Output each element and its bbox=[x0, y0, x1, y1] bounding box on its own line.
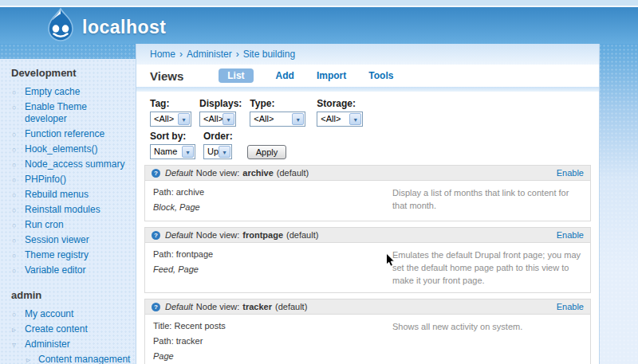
sidebar-item-session-viewer[interactable]: ○Session viewer bbox=[0, 234, 136, 246]
view-suffix: (default) bbox=[275, 302, 307, 311]
breadcrumb-home-link[interactable]: Home bbox=[150, 49, 175, 60]
sidebar-section-development: Development bbox=[11, 67, 136, 79]
storage-filter-label: Storage: bbox=[317, 98, 363, 109]
sidebar-item-variable-editor[interactable]: ○Variable editor bbox=[0, 264, 136, 276]
help-icon[interactable]: ? bbox=[152, 169, 160, 178]
sidebar-item-theme-registry[interactable]: ○Theme registry bbox=[0, 249, 136, 261]
sidebar-item-administer[interactable]: ▿Administer bbox=[0, 339, 136, 350]
view-row-archive: ? Default Node view: archive (default) E… bbox=[144, 165, 591, 221]
circle-bullet-icon: ○ bbox=[12, 220, 16, 232]
view-row-header: ? Default Node view: tracker (default) E… bbox=[145, 299, 590, 315]
chevron-down-icon: ▾ bbox=[219, 146, 230, 158]
main-panel: Home›Administer›Site building Views List… bbox=[136, 44, 600, 364]
circle-bullet-icon: ○ bbox=[12, 309, 16, 321]
circle-bullet-icon: ○ bbox=[12, 159, 16, 171]
view-badge: Default bbox=[165, 230, 193, 240]
breadcrumb-site-building-link[interactable]: Site building bbox=[243, 49, 295, 60]
view-display-types: Block, Page bbox=[153, 200, 392, 215]
storage-select[interactable]: <All>▾ bbox=[317, 112, 363, 127]
tag-select[interactable]: <All>▾ bbox=[150, 112, 191, 127]
breadcrumb-administer-link[interactable]: Administer bbox=[187, 49, 232, 60]
view-row-frontpage: ? Default Node view: frontpage (default)… bbox=[144, 227, 591, 293]
view-path: Path: archive bbox=[153, 185, 392, 200]
circle-bullet-icon: ○ bbox=[12, 235, 16, 247]
order-select[interactable]: Up▾ bbox=[203, 144, 232, 159]
tab-add[interactable]: Add bbox=[276, 70, 294, 81]
sidebar-item-run-cron[interactable]: ○Run cron bbox=[0, 219, 136, 231]
tab-list[interactable]: List bbox=[219, 68, 253, 83]
sidebar-item-rebuild-menus[interactable]: ○Rebuild menus bbox=[0, 189, 136, 201]
view-description: Display a list of months that link to co… bbox=[392, 185, 584, 215]
circle-bullet-icon: ○ bbox=[12, 174, 16, 186]
chevron-down-icon: ▾ bbox=[182, 146, 194, 158]
view-name: tracker bbox=[242, 302, 272, 311]
sidebar-item-empty-cache[interactable]: ○Empty cache bbox=[0, 86, 136, 98]
chevron-down-icon: ▾ bbox=[178, 113, 190, 125]
type-select[interactable]: <All>▾ bbox=[250, 112, 305, 127]
view-type-label: Node view: bbox=[196, 168, 239, 178]
circle-bullet-icon: ○ bbox=[12, 190, 16, 202]
displays-filter-label: Displays: bbox=[199, 98, 242, 109]
circle-bullet-icon: ○ bbox=[12, 144, 16, 156]
view-details: Title: Recent posts Path: tracker Page bbox=[153, 319, 392, 364]
page-title: Views bbox=[150, 69, 183, 83]
views-filters: Tag: <All>▾ Displays: <All>▾ Type: <All>… bbox=[150, 98, 591, 159]
view-description: Shows all new activity on system. bbox=[392, 319, 584, 364]
collapsed-arrow-icon: ▹ bbox=[26, 354, 30, 364]
enable-link[interactable]: Enable bbox=[557, 168, 584, 178]
order-filter-label: Order: bbox=[203, 131, 233, 142]
mouse-cursor bbox=[385, 252, 396, 271]
sidebar-item-my-account[interactable]: ○My account bbox=[0, 308, 136, 320]
view-name: archive bbox=[242, 168, 274, 178]
view-type-label: Node view: bbox=[196, 302, 239, 311]
view-path: Path: frontpage bbox=[153, 247, 392, 262]
sidebar-item-node-access-summary[interactable]: ○Node_access summary bbox=[0, 159, 136, 170]
sidebar-item-function-reference[interactable]: ○Function reference bbox=[0, 128, 136, 140]
tag-filter-label: Tag: bbox=[150, 98, 191, 109]
type-filter-label: Type: bbox=[250, 98, 305, 109]
view-suffix: (default) bbox=[277, 168, 309, 178]
drupal-logo-icon[interactable] bbox=[43, 7, 78, 44]
sidebar-item-hook-elements[interactable]: ○Hook_elements() bbox=[0, 143, 136, 155]
sidebar-item-content-management[interactable]: ▹Content management bbox=[0, 354, 136, 364]
displays-select[interactable]: <All>▾ bbox=[199, 112, 236, 127]
circle-bullet-icon: ○ bbox=[12, 129, 16, 141]
view-badge: Default bbox=[165, 168, 193, 178]
site-name[interactable]: localhost bbox=[82, 17, 166, 38]
breadcrumb: Home›Administer›Site building bbox=[136, 44, 599, 65]
sidebar-item-reinstall-modules[interactable]: ○Reinstall modules bbox=[0, 204, 136, 216]
top-strip bbox=[0, 0, 638, 7]
breadcrumb-separator: › bbox=[179, 49, 183, 60]
view-type-label: Node view: bbox=[196, 230, 239, 240]
circle-bullet-icon: ○ bbox=[12, 87, 16, 99]
sidebar-item-enable-theme-developer[interactable]: ○Enable Theme developer bbox=[0, 101, 136, 125]
help-icon[interactable]: ? bbox=[152, 231, 160, 240]
circle-bullet-icon: ○ bbox=[12, 250, 16, 262]
views-list: ? Default Node view: archive (default) E… bbox=[144, 165, 591, 364]
sort-by-select[interactable]: Name▾ bbox=[150, 144, 195, 159]
apply-button[interactable]: Apply bbox=[247, 145, 287, 159]
view-display-types: Page bbox=[153, 349, 392, 364]
help-icon[interactable]: ? bbox=[152, 303, 160, 311]
enable-link[interactable]: Enable bbox=[557, 302, 584, 311]
expanded-arrow-icon: ▿ bbox=[12, 339, 16, 350]
sidebar: Development ○Empty cache ○Enable Theme d… bbox=[0, 67, 136, 364]
sidebar-item-create-content[interactable]: ▹Create content bbox=[0, 323, 136, 335]
chevron-down-icon: ▾ bbox=[292, 113, 304, 125]
sidebar-item-phpinfo[interactable]: ○PHPinfo() bbox=[0, 174, 136, 186]
circle-bullet-icon: ○ bbox=[12, 265, 16, 277]
chevron-down-icon: ▾ bbox=[223, 113, 234, 125]
circle-bullet-icon: ○ bbox=[12, 205, 16, 217]
enable-link[interactable]: Enable bbox=[557, 230, 584, 240]
view-name: frontpage bbox=[242, 230, 283, 240]
view-details: Path: archive Block, Page bbox=[153, 185, 392, 215]
tab-tools[interactable]: Tools bbox=[368, 70, 393, 81]
sidebar-section-admin: admin bbox=[11, 289, 136, 301]
sort-by-filter-label: Sort by: bbox=[150, 131, 195, 142]
view-suffix: (default) bbox=[286, 230, 318, 240]
chevron-down-icon: ▾ bbox=[349, 113, 361, 125]
tab-import[interactable]: Import bbox=[317, 70, 346, 81]
view-path: Path: tracker bbox=[153, 334, 392, 349]
circle-bullet-icon: ○ bbox=[12, 102, 16, 114]
view-description: Emulates the default Drupal front page; … bbox=[392, 247, 584, 287]
